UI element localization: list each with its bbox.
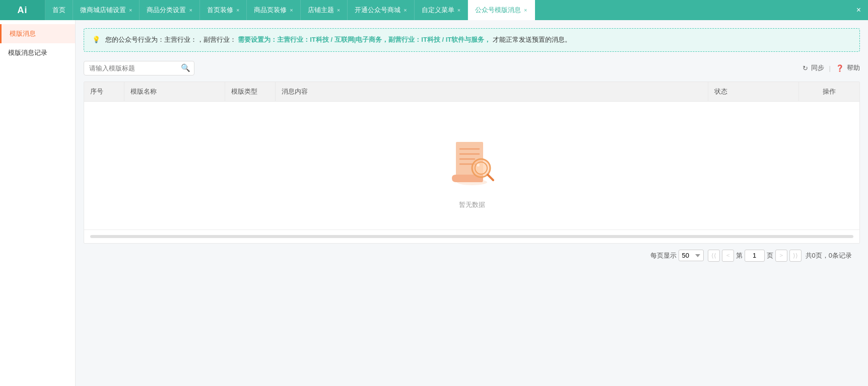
notice-bulb-icon: 💡 — [92, 36, 100, 43]
first-page-button[interactable]: ⟨⟨ — [708, 250, 720, 262]
empty-state: 暂无数据 — [84, 102, 859, 229]
th-content: 消息内容 — [276, 82, 708, 101]
logo-tab[interactable]: Ai — [0, 0, 45, 20]
close-product-decoration[interactable]: × — [290, 7, 293, 13]
sidebar-item-template-msg[interactable]: 模版消息 — [0, 24, 75, 43]
tab-open-mall-label: 开通公众号商城 — [355, 6, 400, 15]
page-size-select: 每页显示 10 20 50 100 — [650, 250, 704, 261]
scroll-bar-area — [84, 229, 859, 243]
empty-illustration — [442, 132, 502, 192]
close-store-theme[interactable]: × — [337, 7, 340, 13]
tab-category-settings-label: 商品分类设置 — [147, 6, 186, 15]
sidebar-item-template-msg-record-label: 模版消息记录 — [8, 49, 47, 56]
main-content: 💡 您的公众号行业为：主营行业：，副营行业： 需要设置为：主营行业：IT科技 /… — [76, 20, 868, 386]
tab-store-theme-label: 店铺主题 — [308, 6, 334, 15]
tab-product-decoration[interactable]: 商品页装修 × — [247, 0, 300, 20]
pagination: 每页显示 10 20 50 100 ⟨⟨ ＜ 第 页 ＞ ⟩⟩ 共0页，0条记录 — [84, 244, 860, 268]
notice-highlight: 需要设置为：主营行业：IT科技 / 互联网|电子商务，副营行业：IT科技 / I… — [238, 36, 491, 43]
tab-home[interactable]: 首页 — [45, 0, 73, 20]
sidebar: 模版消息 模版消息记录 — [0, 20, 76, 386]
tab-custom-menu[interactable]: 自定义菜单 × — [415, 0, 468, 20]
tab-open-mall[interactable]: 开通公众号商城 × — [348, 0, 414, 20]
page-label: 第 — [736, 251, 743, 260]
next-page-button[interactable]: ＞ — [775, 250, 787, 262]
tab-custom-menu-label: 自定义菜单 — [422, 6, 454, 15]
page-nav: ⟨⟨ ＜ 第 页 ＞ ⟩⟩ — [708, 250, 802, 262]
search-input[interactable] — [84, 61, 194, 75]
notice-suffix: 才能正常发送预置的消息。 — [493, 36, 571, 43]
search-bar: 🔍 ↻ 同步 | ❓ 帮助 — [84, 61, 860, 75]
close-open-mall[interactable]: × — [404, 7, 407, 13]
notice-banner: 💡 您的公众号行业为：主营行业：，副营行业： 需要设置为：主营行业：IT科技 /… — [84, 28, 860, 52]
th-status: 状态 — [708, 82, 799, 101]
tab-template-msg[interactable]: 公众号模版消息 × — [468, 0, 535, 20]
empty-svg-icon — [442, 132, 502, 192]
close-category-settings[interactable]: × — [189, 7, 192, 13]
logo-text: Ai — [18, 5, 28, 16]
page-total: 共0页，0条记录 — [806, 251, 852, 260]
svg-point-8 — [477, 164, 480, 167]
layout: 模版消息 模版消息记录 💡 您的公众号行业为：主营行业：，副营行业： 需要设置为… — [0, 20, 868, 386]
sidebar-item-template-msg-label: 模版消息 — [10, 30, 36, 37]
th-action: 操作 — [799, 82, 859, 101]
page-suffix: 页 — [767, 251, 773, 260]
sync-icon: ↻ — [803, 64, 808, 72]
search-input-wrap: 🔍 — [84, 61, 194, 75]
tab-home-label: 首页 — [52, 6, 65, 15]
table-header: 序号 模版名称 模版类型 消息内容 状态 操作 — [84, 82, 859, 102]
tab-category-settings[interactable]: 商品分类设置 × — [140, 0, 199, 20]
th-type: 模版类型 — [225, 82, 276, 101]
search-icon[interactable]: 🔍 — [181, 63, 190, 72]
close-home-decoration[interactable]: × — [236, 7, 239, 13]
tab-home-decoration[interactable]: 首页装修 × — [200, 0, 247, 20]
data-table: 序号 模版名称 模版类型 消息内容 状态 操作 — [84, 82, 860, 244]
last-page-button[interactable]: ⟩⟩ — [789, 250, 802, 262]
tab-store-settings[interactable]: 微商城店铺设置 × — [73, 0, 140, 20]
sync-button[interactable]: 同步 — [811, 63, 824, 72]
th-name: 模版名称 — [124, 82, 225, 101]
tab-product-decoration-label: 商品页装修 — [254, 6, 287, 15]
svg-line-7 — [488, 175, 493, 180]
svg-point-6 — [475, 162, 487, 174]
sync-help-bar: ↻ 同步 | ❓ 帮助 — [803, 63, 860, 72]
close-store-settings[interactable]: × — [129, 7, 132, 13]
top-nav: Ai 首页 微商城店铺设置 × 商品分类设置 × 首页装修 × 商品页装修 × … — [0, 0, 868, 20]
tab-home-decoration-label: 首页装修 — [207, 6, 233, 15]
empty-text: 暂无数据 — [459, 200, 485, 209]
tab-template-msg-label: 公众号模版消息 — [475, 6, 521, 15]
horizontal-scrollbar[interactable] — [90, 235, 853, 238]
close-custom-menu[interactable]: × — [457, 7, 460, 13]
divider: | — [829, 64, 831, 72]
page-number-input[interactable] — [745, 250, 765, 262]
sidebar-item-template-msg-record[interactable]: 模版消息记录 — [0, 43, 75, 62]
page-size-label: 每页显示 — [650, 251, 677, 260]
notice-prefix: 您的公众号行业为：主营行业：，副营行业： — [105, 36, 236, 43]
help-button[interactable]: 帮助 — [847, 63, 860, 72]
prev-page-button[interactable]: ＜ — [722, 250, 734, 262]
help-circle-icon: ❓ — [836, 64, 844, 72]
close-template-msg[interactable]: × — [524, 7, 527, 13]
page-size-dropdown[interactable]: 10 20 50 100 — [679, 250, 704, 261]
tab-store-settings-label: 微商城店铺设置 — [80, 6, 126, 15]
tab-store-theme[interactable]: 店铺主题 × — [301, 0, 348, 20]
close-all-button[interactable]: × — [849, 6, 868, 15]
th-seq: 序号 — [84, 82, 124, 101]
